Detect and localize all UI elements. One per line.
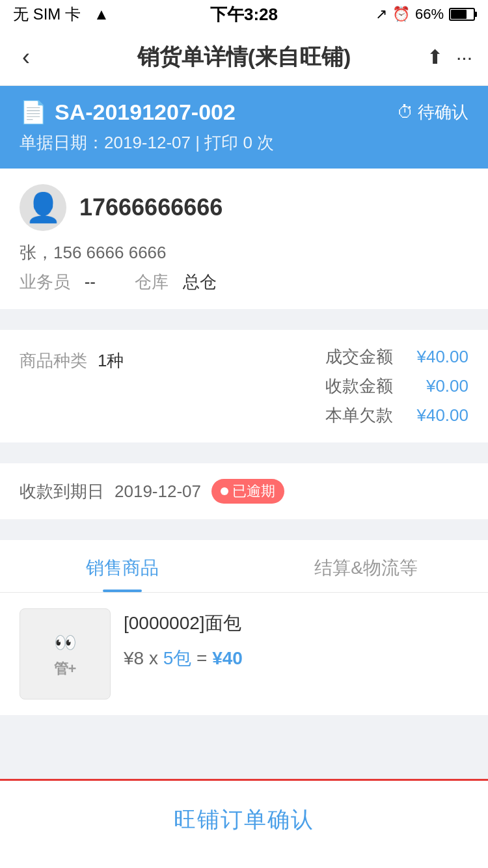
warehouse-value: 总仓	[183, 272, 217, 292]
customer-section: 👤 17666666666 张，156 6666 6666 业务员 -- 仓库 …	[0, 169, 488, 309]
amount-item: 成交金额 ¥40.00	[325, 346, 468, 368]
carrier-text: 无 SIM 卡	[13, 5, 81, 23]
warehouse-label-text: 仓库	[135, 272, 169, 292]
amount-summary: 成交金额 ¥40.00 收款金额 ¥0.00 本单欠款 ¥40.00	[325, 346, 468, 427]
tabs: 销售商品 结算&物流等	[0, 540, 488, 593]
order-header-banner: 📄 SA-20191207-002 ⏱ 待确认 单据日期：2019-12-07 …	[0, 86, 488, 169]
page-title: 销货单详情(来自旺铺)	[137, 42, 351, 72]
overdue-badge: 已逾期	[211, 479, 284, 504]
sales-rep-label-text: 业务员	[20, 272, 70, 292]
due-date-section: 收款到期日 2019-12-07 已逾期	[0, 463, 488, 519]
tab-products[interactable]: 销售商品	[0, 540, 244, 592]
tab-settlement[interactable]: 结算&物流等	[244, 540, 488, 592]
received-value: ¥0.00	[403, 376, 468, 396]
order-id-row: 📄 SA-20191207-002 ⏱ 待确认	[20, 99, 468, 125]
customer-phone: 17666666666	[79, 194, 223, 221]
sales-rep-label: 业务员 --	[20, 271, 96, 293]
type-value: 1种	[98, 349, 124, 372]
back-button[interactable]: ‹	[16, 37, 36, 77]
location-icon: ↗	[375, 6, 387, 23]
confirm-button[interactable]: 旺铺订单确认	[20, 791, 468, 848]
divider-1	[0, 319, 488, 330]
product-section: 👀 管+ [0000002]面包 ¥8 x 5包 = ¥40	[0, 593, 488, 715]
customer-row: 👤 17666666666	[20, 184, 468, 231]
tab-settlement-label: 结算&物流等	[314, 558, 418, 578]
warehouse-label: 仓库 总仓	[135, 271, 217, 293]
order-id: 📄 SA-20191207-002	[20, 99, 236, 125]
product-type: 商品种类 1种	[20, 346, 124, 372]
divider-3	[0, 530, 488, 540]
due-item: 本单欠款 ¥40.00	[325, 404, 468, 427]
summary-section: 商品种类 1种 成交金额 ¥40.00 收款金额 ¥0.00 本单欠款 ¥40.…	[0, 330, 488, 442]
order-doc-icon: 📄	[20, 99, 47, 125]
received-item: 收款金额 ¥0.00	[325, 375, 468, 398]
divider-2	[0, 453, 488, 463]
product-price: ¥8 x 5包 = ¥40	[124, 646, 468, 671]
due-date-label: 收款到期日	[20, 480, 104, 503]
status-right: ↗ ⏰ 66%	[375, 6, 475, 23]
alarm-icon: ⏰	[392, 6, 410, 23]
nav-bar: ‹ 销货单详情(来自旺铺) ⬆ ···	[0, 29, 488, 86]
order-id-text: SA-20191207-002	[55, 100, 236, 125]
equals-sign: =	[197, 648, 207, 668]
battery-percent: 66%	[415, 6, 444, 23]
due-label: 本单欠款	[325, 404, 393, 427]
amount-value: ¥40.00	[403, 347, 468, 367]
user-icon: 👤	[25, 191, 61, 224]
received-label: 收款金额	[325, 375, 393, 398]
sales-rep-value: --	[85, 272, 96, 292]
carrier-wifi: 无 SIM 卡 ▲	[13, 4, 109, 25]
product-thumbnail: 👀 管+	[20, 608, 111, 699]
bottom-bar: 旺铺订单确认	[0, 779, 488, 868]
nav-actions: ⬆ ···	[427, 46, 472, 68]
clock-icon: ⏱	[397, 102, 414, 122]
product-thumb-logo: 👀 管+	[54, 629, 77, 679]
product-name: [0000002]面包	[124, 611, 468, 636]
avatar: 👤	[20, 184, 66, 231]
wifi-icon: ▲	[94, 5, 109, 23]
type-label: 商品种类	[20, 349, 87, 372]
order-status: ⏱ 待确认	[397, 101, 468, 124]
product-qty: 5包	[163, 648, 192, 668]
product-item: 👀 管+ [0000002]面包 ¥8 x 5包 = ¥40	[20, 608, 468, 699]
customer-detail: 张，156 6666 6666	[20, 241, 468, 264]
due-value: ¥40.00	[403, 405, 468, 426]
more-icon[interactable]: ···	[456, 46, 472, 68]
status-bar: 无 SIM 卡 ▲ 下午3:28 ↗ ⏰ 66%	[0, 0, 488, 29]
order-status-text: 待确认	[418, 101, 468, 124]
price-formula: ¥8 x	[124, 648, 158, 668]
overdue-text: 已逾期	[232, 481, 275, 501]
product-info: [0000002]面包 ¥8 x 5包 = ¥40	[124, 608, 468, 671]
due-date-value: 2019-12-07	[115, 481, 201, 502]
amount-label: 成交金额	[325, 346, 393, 368]
share-icon[interactable]: ⬆	[427, 46, 443, 68]
product-total: ¥40	[212, 648, 243, 668]
tab-products-label: 销售商品	[86, 558, 159, 578]
status-time: 下午3:28	[210, 3, 278, 26]
summary-row: 商品种类 1种 成交金额 ¥40.00 收款金额 ¥0.00 本单欠款 ¥40.…	[20, 346, 468, 427]
customer-meta: 业务员 -- 仓库 总仓	[20, 271, 468, 293]
battery-icon	[449, 8, 475, 21]
overdue-dot	[221, 487, 228, 495]
order-date: 单据日期：2019-12-07 | 打印 0 次	[20, 131, 468, 154]
